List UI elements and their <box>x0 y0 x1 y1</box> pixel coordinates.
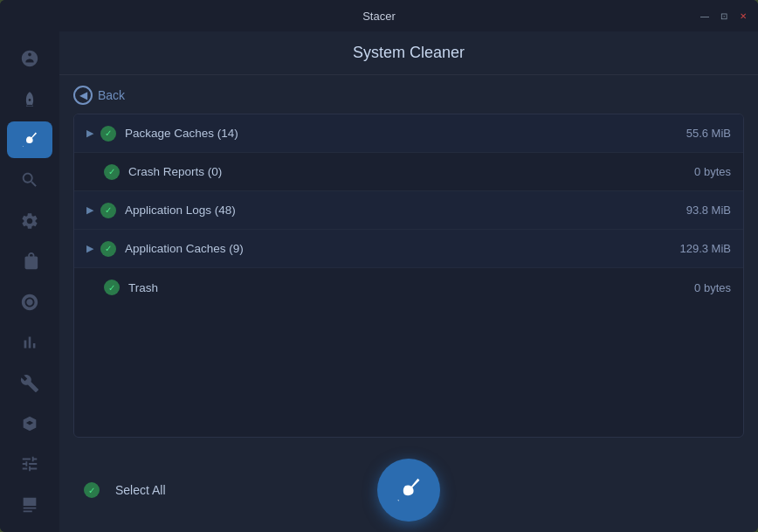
content-area: System Cleaner ◀ Back ▶ ✓ Package Caches… <box>0 31 758 532</box>
row-label: Trash <box>128 281 694 294</box>
back-button[interactable]: ◀ Back <box>73 86 125 105</box>
chevron-right-icon[interactable]: ▶ <box>86 128 93 139</box>
chevron-right-icon[interactable]: ▶ <box>86 243 93 254</box>
sidebar-item-startup[interactable] <box>7 405 52 442</box>
check-icon[interactable]: ✓ <box>104 164 120 180</box>
check-icon[interactable]: ✓ <box>100 126 116 142</box>
sidebar-item-uninstaller[interactable] <box>7 243 52 280</box>
select-all-check-icon[interactable]: ✓ <box>84 482 100 498</box>
sidebar-item-repos[interactable] <box>7 446 52 482</box>
row-size: 129.3 MiB <box>679 242 731 255</box>
broom-icon <box>394 475 424 505</box>
sidebar-item-cleaner[interactable] <box>7 121 52 158</box>
back-label: Back <box>98 88 125 102</box>
row-label: Crash Reports (0) <box>128 165 694 178</box>
row-label: Package Caches (14) <box>125 127 686 140</box>
table-row[interactable]: ▶ ✓ Application Caches (9) 129.3 MiB <box>74 230 743 268</box>
row-label: Application Caches (9) <box>125 242 679 255</box>
titlebar: Stacer — ⊡ ✕ <box>0 0 758 31</box>
table-row[interactable]: ✓ Trash 0 bytes <box>74 268 743 307</box>
restore-button[interactable]: ⊡ <box>716 8 732 24</box>
row-size: 0 bytes <box>694 165 731 178</box>
row-size: 93.8 MiB <box>686 204 731 217</box>
select-all-label: Select All <box>115 483 166 497</box>
sidebar-item-dashboard[interactable] <box>7 40 52 77</box>
window-title: Stacer <box>362 10 396 23</box>
minimize-button[interactable]: — <box>697 8 713 24</box>
row-size: 55.6 MiB <box>686 127 731 140</box>
sidebar-item-terminal[interactable] <box>7 487 52 523</box>
page-title: System Cleaner <box>77 44 741 62</box>
back-circle-icon: ◀ <box>73 86 93 105</box>
page-header: System Cleaner <box>59 31 758 75</box>
table-row[interactable]: ▶ ✓ Application Logs (48) 93.8 MiB <box>74 191 743 230</box>
sidebar-item-repair[interactable] <box>7 364 52 401</box>
app-window: Stacer — ⊡ ✕ <box>0 0 758 532</box>
items-table: ▶ ✓ Package Caches (14) 55.6 MiB ✓ Crash… <box>73 114 744 438</box>
sidebar-item-services[interactable] <box>7 203 52 239</box>
clean-button[interactable] <box>377 459 440 522</box>
row-size: 0 bytes <box>694 281 731 294</box>
check-icon[interactable]: ✓ <box>100 203 116 218</box>
table-row[interactable]: ✓ Crash Reports (0) 0 bytes <box>74 153 743 191</box>
sidebar-item-search[interactable] <box>7 162 52 198</box>
row-label: Application Logs (48) <box>125 204 686 217</box>
sidebar-item-stats[interactable] <box>7 324 52 361</box>
select-all-button[interactable]: ✓ Select All <box>84 482 166 498</box>
main-content: System Cleaner ◀ Back ▶ ✓ Package Caches… <box>59 31 758 532</box>
footer: ✓ Select All <box>59 448 758 532</box>
sidebar <box>0 31 59 532</box>
check-icon[interactable]: ✓ <box>100 241 116 257</box>
sidebar-item-apps[interactable] <box>7 80 52 117</box>
cleaner-panel: ◀ Back ▶ ✓ Package Caches (14) 55.6 MiB … <box>59 75 758 448</box>
chevron-right-icon[interactable]: ▶ <box>86 204 93 216</box>
close-button[interactable]: ✕ <box>735 8 751 24</box>
sidebar-item-resources[interactable] <box>7 284 52 321</box>
table-row[interactable]: ▶ ✓ Package Caches (14) 55.6 MiB <box>74 114 743 153</box>
window-controls: — ⊡ ✕ <box>697 8 751 24</box>
check-icon[interactable]: ✓ <box>104 280 120 295</box>
